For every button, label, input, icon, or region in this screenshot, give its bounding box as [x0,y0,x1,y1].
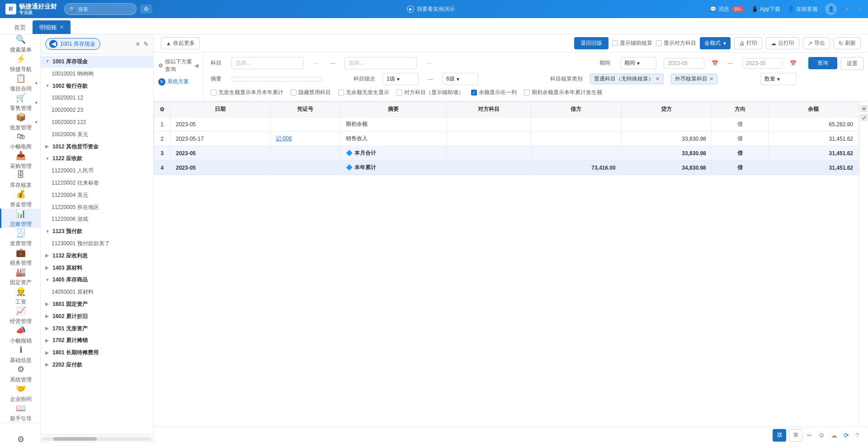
tree-node-1601[interactable]: ▶ 1601 固定资产 [41,298,153,310]
tree-node-14050001[interactable]: 14050001 原材料 [41,286,153,298]
demo-link[interactable]: ▶ 我要看实例演示 [407,5,455,13]
tree-node-1002[interactable]: ▼ 1002 银行存款 [41,80,153,92]
tree-node-1012[interactable]: ▶ 1012 其他货币资金 [41,141,153,153]
sidebar-item-wholesale[interactable]: 📦 批发管理 [0,112,40,132]
bottom-settings-icon[interactable]: ⚙ [817,432,826,439]
level-from-select[interactable]: 1级 ▾ [382,73,419,85]
level-to-select[interactable]: 6级 ▾ [442,73,478,85]
sidebar-item-invoice[interactable]: 🧾 发票管理 [0,228,40,248]
online-service-btn[interactable]: 👤 在线客服 [788,5,818,13]
tree-node-11220001[interactable]: 11220001 人民币 [41,165,153,177]
sidebar-item-guide[interactable]: 📖 新手引导 [0,403,40,423]
sidebar-item-tax[interactable]: 💼 税务管理 [0,248,40,267]
tree-node-11230001[interactable]: 11230001 预付款款美了 [41,238,153,250]
tab-home[interactable]: 首页 [7,20,33,34]
cb-balance-col[interactable]: ✓ 余额显示在一列 [471,89,517,96]
close-btn[interactable]: ✕ [844,5,850,14]
bottom-cloud-icon[interactable]: ☁ [829,432,839,439]
subject-input[interactable]: 选择... [231,57,304,69]
tree-node-1701[interactable]: ▶ 1701 无形资产 [41,323,153,335]
tab-ledger[interactable]: 明细账 ✕ [33,20,71,34]
voucher-link[interactable]: 记-006 [270,132,340,146]
system-plan-item[interactable]: ↻ 系统方案 [154,75,203,88]
tree-node-11220002[interactable]: 11220002 往来标签 [41,177,153,189]
sidebar-item-funds[interactable]: 💰 资金管理 [0,189,40,209]
expand-panel-btn[interactable]: ⤢ [860,114,868,121]
tree-scrollbar[interactable] [41,434,153,443]
sidebar-item-shortcuts[interactable]: ⚡ 快捷导航 [0,54,40,73]
sidebar-item-basics[interactable]: ℹ 基础信息 [0,345,40,364]
tree-node-2202[interactable]: ▶ 2202 应付款 [41,359,153,371]
cb-contra[interactable]: 对方科目（显示辅助项） [396,89,464,96]
tree-node-11220005[interactable]: 11220005 所在地区 [41,201,153,214]
period-start-input[interactable]: 2023-05 [664,58,704,69]
search-btn[interactable]: 查询 [808,57,837,69]
sidebar-item-cooperation[interactable]: 🤝 企业协同 [0,384,40,403]
close-panel-btn[interactable]: ✕ [860,105,868,112]
sidebar-item-operations[interactable]: 📈 经营管理 [0,306,40,325]
bottom-edit-icon[interactable]: ✏ [805,432,814,439]
category-tag-2[interactable]: 外币核算科目 ✕ [671,74,717,84]
cb-no-amount[interactable]: 无发生额显示本月本年累计 [211,89,283,96]
edit-icon[interactable]: ✎ [143,40,149,48]
subject-input-to[interactable]: 选择... [344,57,417,69]
cb-no-balance[interactable]: 无余额无发生显示 [338,89,389,96]
show-auxiliary-checkbox[interactable]: 显示辅助核算 [612,39,652,47]
setting-btn[interactable]: 设置 [841,57,863,70]
sidebar-item-salary[interactable]: 👷 工资 [0,286,40,306]
tree-node-1405[interactable]: ▼ 1405 库存商品 [41,274,153,286]
tree-node-10020006[interactable]: 10020006 美元 [41,129,153,141]
cloud-print-btn[interactable]: ☁ 云打印 [766,37,799,49]
sidebar-item-project[interactable]: 📋 项目合同 [0,73,40,93]
settings-btn[interactable]: ⚙ [140,5,152,14]
cb-opening-balance[interactable]: 期初余额显示本年累计发生额 [524,89,602,96]
filter-plan-header[interactable]: ⚙ 按以下方案查询 ◀ [154,56,203,75]
tree-node-1702[interactable]: ▶ 1702 累计摊销 [41,334,153,347]
sidebar-item-retail[interactable]: 🛒 零售管理 [0,93,40,112]
sidebar-item-ecommerce[interactable]: 🛍 小畅电商 [0,132,40,151]
tree-node-10020001[interactable]: 10020001 12 [41,92,153,104]
print-btn[interactable]: 🖨 打印 [734,37,762,49]
refresh-btn[interactable]: ↻ 刷新 [834,37,861,49]
tree-node-1403[interactable]: ▶ 1403 原材料 [41,262,153,274]
tree-node-1602[interactable]: ▶ 1602 累计折旧 [41,310,153,323]
tree-node-10010001[interactable]: 10010001 哟哟哟 [41,68,153,80]
english-btn[interactable]: 英 [789,429,802,442]
tree-node-11220006[interactable]: 11220006 游戏 [41,213,153,225]
filter-icon[interactable]: ≡ [136,40,140,48]
tree-node-10020002[interactable]: 10020002 23 [41,104,153,116]
format-dropdown[interactable]: 金额式 ▾ [700,37,731,49]
tab-close-icon[interactable]: ✕ [60,24,64,30]
summary-input[interactable] [231,77,322,81]
sidebar-item-settings-bottom[interactable]: ⚙ [0,427,40,443]
sidebar-item-system[interactable]: ⚙ 系统管理 [0,364,40,384]
app-download-btn[interactable]: 📱 App下载 [751,5,780,13]
bottom-help-icon[interactable]: ? [854,432,861,439]
tree-node-1122[interactable]: ▼ 1122 应收款 [41,152,153,165]
bottom-sync-icon[interactable]: ⟳ [842,432,851,439]
tree-node-11220004[interactable]: 11220004 美元 [41,189,153,201]
cb-hide-disabled[interactable]: 隐藏禁用科目 [291,89,331,96]
maximize-btn[interactable]: ⤢ [857,5,863,13]
user-avatar[interactable]: 👤 [825,3,837,15]
quantity-select[interactable]: 数量 ▾ [760,73,797,85]
account-selected[interactable]: ◀ 1001 库存现金 [45,38,100,50]
tree-node-1801[interactable]: ▶ 1801 长期待摊费用 [41,347,153,359]
sidebar-item-ledger[interactable]: 📊 总账管理 [0,209,40,228]
message-btn[interactable]: 💬 消息 99+ [710,5,744,13]
sidebar-item-expenses[interactable]: 📣 小畅报销 [0,325,40,345]
sidebar-item-purchase[interactable]: 📥 采购管理 [0,151,40,170]
top-search[interactable]: 🔍 搜索 [64,3,137,15]
category-tag-1[interactable]: 普通科目（无特殊核算） ✕ [590,74,664,84]
export-btn[interactable]: ↗ 导出 [803,37,830,49]
tree-node-10020003[interactable]: 10020003 122 [41,116,153,129]
show-contra-checkbox[interactable]: 显示对方科目 [656,39,696,47]
sidebar-item-search[interactable]: 🔍 搜索菜单 [0,34,40,54]
tree-node-1001[interactable]: ▼ 1001 库存现金 [41,56,153,68]
sidebar-item-assets[interactable]: 🏭 固定资产 [0,267,40,286]
expand-more-btn[interactable]: ▲ 收起更多 [161,37,200,49]
sidebar-item-inventory[interactable]: 🗄 库存核算 [0,170,40,189]
tree-node-1132[interactable]: ▶ 1132 应收利息 [41,250,153,262]
tree-node-1123[interactable]: ▼ 1123 预付款 [41,225,153,238]
period-type-select[interactable]: 期间 ▾ [620,57,656,69]
